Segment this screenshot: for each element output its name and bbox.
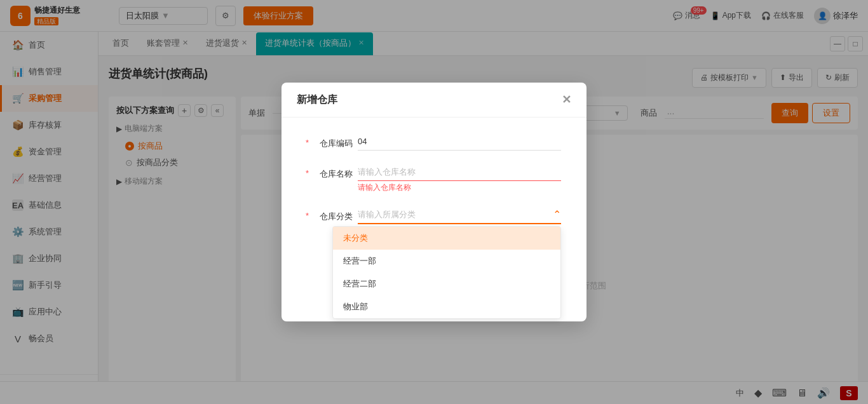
warehouse-code-row: 仓库编码	[307, 133, 561, 151]
modal-overlay[interactable]: 新增仓库 ✕ 仓库编码 仓库名称 请输入仓库名称 仓库分	[0, 0, 868, 404]
warehouse-code-input-wrap	[358, 133, 561, 151]
dropdown-arrow-icon[interactable]: ⌃	[553, 208, 561, 220]
dialog-body: 仓库编码 仓库名称 请输入仓库名称 仓库分类 ⌃	[281, 118, 587, 282]
warehouse-code-input[interactable]	[358, 133, 561, 151]
warehouse-code-label: 仓库编码	[307, 133, 358, 149]
category-dropdown-list: 未分类 经营一部 经营二部 物业部	[332, 226, 561, 319]
warehouse-name-input[interactable]	[358, 163, 561, 181]
category-option-dept2[interactable]: 经营二部	[333, 273, 560, 295]
warehouse-name-label: 仓库名称	[307, 163, 358, 180]
new-warehouse-dialog: 新增仓库 ✕ 仓库编码 仓库名称 请输入仓库名称 仓库分	[281, 83, 587, 321]
dialog-title: 新增仓库	[297, 93, 337, 107]
dialog-close-button[interactable]: ✕	[562, 93, 571, 107]
category-option-none[interactable]: 未分类	[333, 227, 560, 250]
dialog-header: 新增仓库 ✕	[281, 83, 587, 118]
warehouse-name-input-wrap: 请输入仓库名称	[358, 163, 561, 193]
warehouse-category-label: 仓库分类	[307, 206, 358, 222]
category-option-dept1[interactable]: 经营一部	[333, 250, 560, 273]
warehouse-category-wrap: ⌃ 未分类 经营一部 经营二部 物业部	[358, 206, 561, 224]
warehouse-name-row: 仓库名称 请输入仓库名称	[307, 163, 561, 193]
warehouse-category-input-row: ⌃	[358, 206, 561, 224]
category-option-property[interactable]: 物业部	[333, 295, 560, 318]
warehouse-category-input[interactable]	[358, 206, 553, 223]
warehouse-category-row: 仓库分类 ⌃ 未分类 经营一部 经营二部 物业部	[307, 206, 561, 224]
warehouse-name-error: 请输入仓库名称	[358, 182, 561, 193]
